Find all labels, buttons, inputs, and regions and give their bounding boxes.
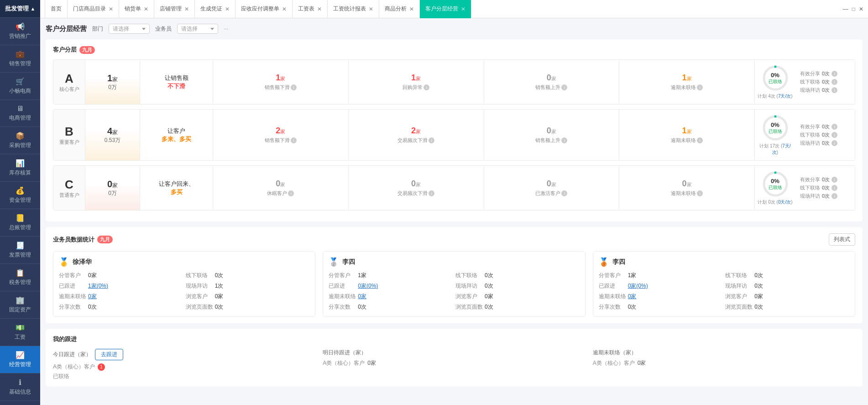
stat-cell-0-3: 1家 逾期未联络 i [619, 60, 754, 104]
sidebar-item-xiaoshou[interactable]: 💼销售管理 [0, 45, 40, 73]
followup-today-title: 今日跟进（家） 去跟进 [53, 349, 315, 360]
info-icon-0-3[interactable]: i [697, 84, 703, 90]
dept-select[interactable]: 请选择 [109, 24, 150, 34]
sidebar-item-gongzi[interactable]: 💵工资 [0, 319, 40, 346]
followup-overdue-a-row: A类（核心）客户 0家 [593, 359, 855, 367]
sidebar-item-dianshang[interactable]: 🖥电商管理 [0, 100, 40, 127]
window-close-icon[interactable]: ✕ [859, 6, 863, 12]
info-icon-1-2[interactable]: i [561, 137, 567, 143]
staff-stat-val-0-6: 0次 [88, 303, 97, 311]
side-info-2-2[interactable]: i [831, 193, 837, 199]
tier-circle-plan-B: 计划 17次 (7天/次) [758, 143, 793, 156]
info-icon-0-2[interactable]: i [561, 84, 567, 90]
staff-stat-val-1-0: 1家 [358, 272, 366, 279]
main-content: 客户分层经营 部门 请选择 业务员 请选择 ··· 客户分层 九月 A 核心客户… [40, 18, 868, 405]
info-icon-1-3[interactable]: i [697, 137, 703, 143]
info-icon-2-0[interactable]: i [288, 190, 294, 196]
staff-stat-val-1-5: 0家 [485, 293, 493, 300]
staff-name-2: 李四 [612, 258, 625, 266]
sidebar-item-xiaodian[interactable]: 🛒小畅电商 [0, 73, 40, 100]
info-icon-2-3[interactable]: i [697, 190, 703, 196]
sidebar-item-gudingzichan[interactable]: 🏢固定资产 [0, 291, 40, 319]
tab-label-sale_order: 销货单 [125, 5, 141, 13]
tab-close-payroll[interactable]: ✕ [317, 6, 322, 12]
staff-stat-val-1-2[interactable]: 0家(0%) [358, 282, 378, 290]
followup-tomorrow-title: 明日待跟进（家） [323, 349, 585, 357]
sidebar-item-jingying[interactable]: 📈经营管理 [0, 346, 40, 373]
tab-store_goods[interactable]: 门店商品目录✕ [68, 0, 119, 18]
window-maximize-icon[interactable]: □ [852, 6, 855, 12]
stat-cell-1-1: 2家 交易频次下滑 i [349, 110, 484, 160]
tab-close-store_goods[interactable]: ✕ [109, 6, 113, 12]
info-icon-0-0[interactable]: i [291, 84, 297, 90]
staff-stat-2-7: 浏览页面数 0次 [725, 303, 849, 311]
tab-payroll_report[interactable]: 工资统计报表✕ [328, 0, 379, 18]
staff-stat-val-0-4[interactable]: 0家 [88, 293, 97, 300]
tab-goods_analysis[interactable]: 商品分析✕ [379, 0, 420, 18]
sidebar-item-jichu[interactable]: ℹ基础信息 [0, 373, 40, 401]
staff-stat-val-1-1: 0次 [485, 272, 493, 279]
tab-close-payable[interactable]: ✕ [282, 6, 287, 12]
staff-stat-val-1-6: 0次 [358, 303, 366, 311]
tab-close-voucher[interactable]: ✕ [225, 6, 230, 12]
staff-stat-val-2-2[interactable]: 0家(0%) [628, 282, 648, 290]
info-icon-1-0[interactable]: i [291, 137, 297, 143]
tab-voucher[interactable]: 生成凭证✕ [195, 0, 235, 18]
list-view-button[interactable]: 列表式 [829, 233, 855, 246]
sidebar-label-caigou: 采购管理 [9, 142, 31, 149]
sidebar-item-kucun[interactable]: 📊库存核算 [0, 154, 40, 182]
info-icon-0-1[interactable]: i [424, 84, 429, 90]
side-info-0-1[interactable]: i [831, 79, 837, 85]
tab-label-store_goods: 门店商品目录 [73, 5, 106, 13]
sidebar-item-shuiwu[interactable]: 📋税务管理 [0, 264, 40, 291]
stat-cell-1-2: 0家 销售额上升 i [484, 110, 620, 160]
info-icon-1-1[interactable]: i [429, 137, 434, 143]
tab-store_mgmt[interactable]: 店铺管理✕ [154, 0, 195, 18]
sidebar-item-zhangmu[interactable]: 📒总账管理 [0, 209, 40, 237]
tab-close-sale_order[interactable]: ✕ [144, 6, 148, 12]
staff-rank-1: 🥈 [329, 257, 339, 267]
staff-stat-val-1-4[interactable]: 0家 [358, 293, 366, 300]
side-info-0-0[interactable]: i [831, 71, 837, 77]
staff-stat-0-2: 已跟进 1家(0%) [59, 282, 183, 290]
tab-payable[interactable]: 应收应付调整单✕ [235, 0, 293, 18]
sales-select[interactable]: 请选择 [177, 24, 218, 34]
sidebar-icon-shuiwu: 📋 [16, 268, 25, 277]
tab-customer_layer[interactable]: 客户分层经营✕ [420, 0, 471, 18]
tab-close-customer_layer[interactable]: ✕ [461, 6, 465, 12]
tab-close-store_mgmt[interactable]: ✕ [184, 6, 189, 12]
tab-close-goods_analysis[interactable]: ✕ [409, 6, 414, 12]
staff-stats-1: 分管客户 1家 线下联络 0次 已跟进 0家(0%) 现场拜访 0次 逾期未联络… [329, 272, 579, 311]
sidebar-item-caigou[interactable]: 📦采购管理 [0, 127, 40, 154]
info-icon-2-2[interactable]: i [561, 190, 567, 196]
window-minimize-icon[interactable]: — [843, 6, 848, 12]
sidebar-item-zijin[interactable]: 💰资金管理 [0, 182, 40, 209]
sidebar-item-yingxiao[interactable]: 📢营销推广 [0, 18, 40, 45]
side-info-2-0[interactable]: i [831, 177, 837, 183]
filter-more-icon[interactable]: ··· [224, 26, 228, 32]
staff-stat-val-0-2[interactable]: 1家(0%) [88, 282, 108, 290]
tab-label-home: 首页 [51, 5, 62, 13]
tab-home[interactable]: 首页 [45, 0, 68, 18]
side-info-2-1[interactable]: i [831, 185, 837, 191]
side-info-0-2[interactable]: i [831, 87, 837, 93]
side-info-1-1[interactable]: i [831, 132, 837, 138]
staff-stat-2-2: 已跟进 0家(0%) [599, 282, 723, 290]
side-info-1-0[interactable]: i [831, 124, 837, 130]
goto-followup-button[interactable]: 去跟进 [95, 349, 123, 360]
tier-amount-A: 1家 0万 [85, 60, 140, 104]
stat-cell-0-1: 1家 回购异常 i [349, 60, 484, 104]
staff-stat-val-2-4[interactable]: 0家 [628, 293, 637, 300]
tier-side-stats-B: 有效分享 0次 i线下联络 0次 i现场拜访 0次 i [795, 110, 855, 160]
sidebar-icon-gongzi: 💵 [16, 323, 25, 332]
tab-close-payroll_report[interactable]: ✕ [369, 6, 373, 12]
sidebar-item-xitong[interactable]: ⚙系统管理 [0, 401, 40, 405]
info-icon-2-1[interactable]: i [429, 190, 434, 196]
tab-label-goods_analysis: 商品分析 [385, 5, 407, 13]
sidebar-toggle-icon[interactable]: ▲ [31, 6, 36, 11]
tier-circle-B: 0% 已联络 计划 17次 (7天/次) [754, 110, 795, 160]
side-info-1-2[interactable]: i [831, 140, 837, 146]
tab-sale_order[interactable]: 销货单✕ [119, 0, 154, 18]
sidebar-item-fapiao[interactable]: 🧾发票管理 [0, 237, 40, 264]
tab-payroll[interactable]: 工资表✕ [293, 0, 328, 18]
